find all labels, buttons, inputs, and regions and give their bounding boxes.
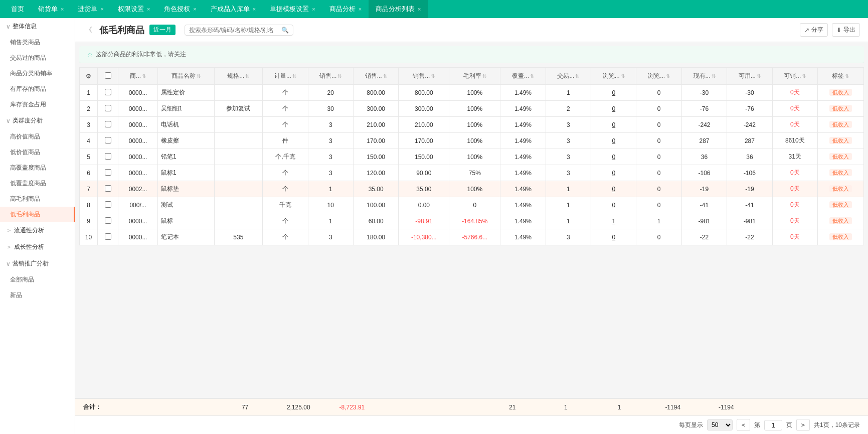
sidebar-item-new-goods[interactable]: 新品 [0, 287, 75, 303]
sidebar-item-sales-goods[interactable]: 销售类商品 [0, 35, 75, 50]
page-number-input[interactable] [764, 420, 782, 430]
cell-checkbox[interactable] [98, 85, 118, 101]
col-trade[interactable]: 交易...⇅ [546, 68, 591, 85]
col-browse2[interactable]: 浏览...⇅ [636, 68, 681, 85]
close-icon[interactable]: × [359, 6, 362, 12]
nav-permissions[interactable]: 权限设置× [111, 0, 157, 18]
close-icon[interactable]: × [312, 6, 315, 12]
table-body: 1 0000... 属性定价 个 20 800.00 800.00 100% 1… [80, 85, 864, 245]
cell-checkbox[interactable] [98, 149, 118, 165]
select-all-checkbox[interactable] [105, 72, 111, 79]
cell-browse1[interactable]: 0 [591, 117, 636, 133]
row-checkbox[interactable] [105, 105, 111, 111]
cell-checkbox[interactable] [98, 133, 118, 149]
cell-browse1[interactable]: 0 [591, 133, 636, 149]
row-checkbox[interactable] [105, 233, 111, 240]
col-checkbox[interactable] [98, 68, 118, 85]
col-settings[interactable]: ⚙ [80, 68, 98, 85]
cell-browse1[interactable]: 0 [591, 181, 636, 197]
col-spec[interactable]: 规格...⇅ [214, 68, 263, 85]
cell-checkbox[interactable] [98, 213, 118, 229]
cell-checkbox[interactable] [98, 165, 118, 181]
row-checkbox[interactable] [105, 121, 111, 127]
cell-checkbox[interactable] [98, 229, 118, 245]
row-checkbox[interactable] [105, 169, 111, 176]
cell-checkbox[interactable] [98, 197, 118, 213]
sidebar-item-stock-goods[interactable]: 有库存的商品 [0, 81, 75, 97]
search-input[interactable] [189, 27, 279, 34]
col-gross-rate[interactable]: 毛利率⇅ [449, 68, 500, 85]
nav-analysis[interactable]: 商品分析× [322, 0, 369, 18]
prev-page-btn[interactable]: ＜ [737, 419, 750, 431]
nav-roles[interactable]: 角色授权× [157, 0, 203, 18]
row-checkbox[interactable] [105, 153, 111, 160]
nav-purchase[interactable]: 进货单× [71, 0, 110, 18]
col-sale-amount[interactable]: 销售...⇅ [353, 68, 398, 85]
sidebar-item-high-coverage[interactable]: 高覆盖度商品 [0, 160, 75, 176]
cell-checkbox[interactable] [98, 181, 118, 197]
close-icon[interactable]: × [418, 6, 421, 12]
share-button[interactable]: ↗ 分享 [800, 23, 828, 37]
col-current-stock[interactable]: 现有...⇅ [681, 68, 727, 85]
cell-browse1[interactable]: 0 [591, 149, 636, 165]
col-saleable[interactable]: 可销...⇅ [772, 68, 817, 85]
sidebar-item-stock-capital[interactable]: 库存资金占用 [0, 97, 75, 112]
row-checkbox[interactable] [105, 137, 111, 143]
next-page-btn[interactable]: ＞ [796, 419, 810, 431]
sidebar-item-low-margin[interactable]: 低毛利商品 [0, 207, 75, 222]
col-coverage[interactable]: 覆盖...⇅ [500, 68, 546, 85]
sidebar-item-all-goods[interactable]: 全部商品 [0, 272, 75, 287]
cell-unit: 个 [263, 229, 308, 245]
nav-analysis-list[interactable]: 商品分析列表× [369, 0, 428, 18]
sidebar-item-traded-goods[interactable]: 交易过的商品 [0, 50, 75, 66]
row-checkbox[interactable] [105, 89, 111, 95]
row-checkbox[interactable] [105, 217, 111, 224]
page-size-select[interactable]: 50 100 [707, 419, 733, 430]
sidebar-group-title-cluster[interactable]: ∨ 类群度分析 [0, 112, 75, 129]
cell-sale-qty: 10 [308, 197, 353, 213]
sidebar-group-title-overview[interactable]: ∨ 整体信息 [0, 18, 75, 35]
top-nav: 首页 销货单× 进货单× 权限设置× 角色授权× 产成品入库单× 单据模板设置×… [0, 0, 868, 18]
export-button[interactable]: ⬇ 导出 [832, 23, 860, 37]
nav-home[interactable]: 首页 [4, 0, 31, 18]
col-name[interactable]: 商品名称⇅ [157, 68, 214, 85]
cell-checkbox[interactable] [98, 101, 118, 117]
col-unit[interactable]: 计量...⇅ [263, 68, 308, 85]
col-sale-profit[interactable]: 销售...⇅ [399, 68, 449, 85]
sidebar-group-title-flow[interactable]: ＞ 流通性分析 [0, 222, 75, 239]
cell-browse1[interactable]: 0 [591, 165, 636, 181]
col-tag[interactable]: 标签⇅ [817, 68, 863, 85]
nav-sales[interactable]: 销货单× [31, 0, 71, 18]
sidebar-item-low-value[interactable]: 低价值商品 [0, 144, 75, 160]
sidebar-item-high-value[interactable]: 高价值商品 [0, 129, 75, 144]
col-sale-qty[interactable]: 销售...⇅ [308, 68, 353, 85]
sort-icon: ⇅ [431, 73, 435, 79]
cell-browse1[interactable]: 0 [591, 229, 636, 245]
cell-browse1[interactable]: 1 [591, 213, 636, 229]
cell-browse1[interactable]: 0 [591, 101, 636, 117]
sidebar-group-title-marketing[interactable]: ∨ 营销推广分析 [0, 255, 75, 272]
cell-name: 鼠标1 [157, 165, 214, 181]
nav-templates[interactable]: 单据模板设置× [263, 0, 322, 18]
cell-checkbox[interactable] [98, 117, 118, 133]
nav-products[interactable]: 产成品入库单× [204, 0, 263, 18]
sidebar-item-category-rate[interactable]: 商品分类助销率 [0, 66, 75, 81]
sidebar-item-high-margin[interactable]: 高毛利商品 [0, 191, 75, 207]
close-icon[interactable]: × [253, 6, 256, 12]
cell-browse1[interactable]: 0 [591, 197, 636, 213]
close-icon[interactable]: × [61, 6, 64, 12]
col-available[interactable]: 可用...⇅ [727, 68, 772, 85]
sidebar-item-low-coverage[interactable]: 低覆盖度商品 [0, 176, 75, 191]
row-checkbox[interactable] [105, 185, 111, 192]
close-icon[interactable]: × [100, 6, 103, 12]
date-filter-badge[interactable]: 近一月 [149, 25, 176, 35]
close-icon[interactable]: × [147, 6, 150, 12]
col-code[interactable]: 商...⇅ [118, 68, 158, 85]
sidebar-group-title-growth[interactable]: ＞ 成长性分析 [0, 239, 75, 255]
col-browse1[interactable]: 浏览...⇅ [591, 68, 636, 85]
collapse-sidebar-btn[interactable]: 《 [83, 26, 94, 35]
close-icon[interactable]: × [193, 6, 196, 12]
row-checkbox[interactable] [105, 201, 111, 208]
cell-browse1[interactable]: 0 [591, 85, 636, 101]
search-icon[interactable]: 🔍 [281, 27, 289, 34]
